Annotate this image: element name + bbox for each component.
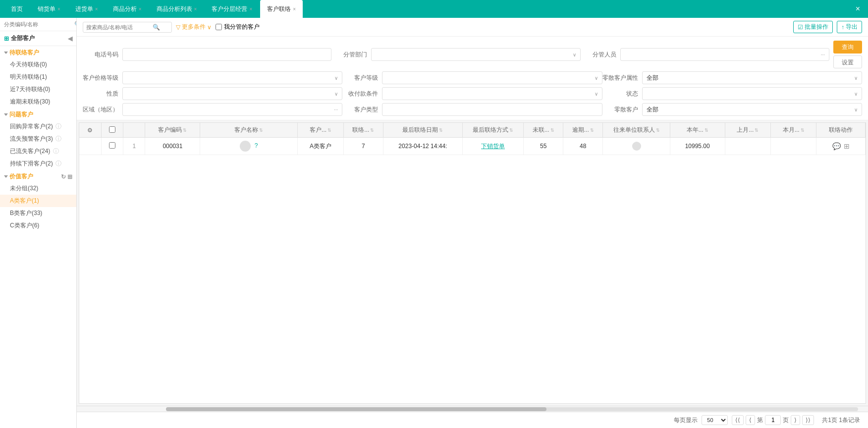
payment-select[interactable]: ∨ [382, 87, 602, 100]
info-icon: ⓘ [55, 135, 61, 142]
sidebar-item-class-b[interactable]: B类客户(33) [0, 207, 76, 219]
section-value-customers[interactable]: 价值客户 ↻ ⊞ [0, 170, 76, 182]
status-select[interactable]: ∨ [642, 87, 862, 100]
row-checkbox-cell[interactable] [101, 138, 123, 155]
col-level[interactable]: 客户... ⇅ [298, 123, 343, 138]
person-select[interactable]: ··· [620, 48, 829, 61]
per-page-select[interactable]: 50 20 100 [702, 415, 728, 425]
section-problem-customers[interactable]: 问题客户 [0, 108, 76, 120]
sidebar-item-churn-warning[interactable]: 流失预警客户(3) ⓘ [0, 133, 76, 145]
col-code[interactable]: 客户编码 ⇅ [145, 123, 200, 138]
add-group-icon[interactable]: ⊞ [67, 173, 72, 180]
nav-tab-productanalysislist[interactable]: 商品分析列表 × [150, 0, 204, 18]
col-lastdate[interactable]: 最后联络日期 ⇅ [383, 123, 462, 138]
scroll-thumb[interactable] [166, 407, 546, 411]
tab-close-icon[interactable]: × [57, 6, 60, 12]
comment-icon[interactable]: 💬 [832, 142, 841, 150]
sidebar-item-repurchase-abnormal[interactable]: 回购异常客户(2) ⓘ [0, 120, 76, 133]
next-page-button[interactable]: ⟩ [791, 415, 800, 425]
nav-tab-salesorder[interactable]: 销货单 × [31, 0, 67, 18]
tab-close-icon[interactable]: × [293, 6, 296, 12]
my-customers-checkbox[interactable]: 我分管的客户 [216, 23, 260, 31]
all-customers-header[interactable]: ⊞ 全部客户 ◀ [0, 31, 76, 46]
col-lastmonth[interactable]: 上月... ⇅ [725, 123, 770, 138]
col-contact2[interactable]: 往来单位联系人 ⇅ [603, 123, 670, 138]
section-expand-icon [4, 113, 8, 116]
pricelevel-select[interactable]: ∨ [122, 71, 342, 84]
query-settings-buttons: 查询 设置 [833, 41, 862, 68]
settings-button[interactable]: 设置 [833, 55, 862, 68]
item-label: 明天待联络(1) [10, 73, 47, 80]
sidebar-search-input[interactable] [4, 21, 72, 27]
sidebar-item-declining[interactable]: 持续下滑客户(2) ⓘ [0, 158, 76, 170]
filter-cell-pricelevel: 客户价格等级 ∨ [83, 71, 342, 84]
nav-tab-customersegment[interactable]: 客户分层经营 × [205, 0, 259, 18]
customer-name[interactable]: ? [255, 142, 258, 149]
phone-input[interactable] [122, 48, 331, 61]
customertype-input[interactable] [382, 103, 602, 116]
dept-select[interactable]: ∨ [371, 48, 580, 61]
scatterprop-select[interactable]: 全部∨ [642, 71, 862, 84]
settings-icon[interactable]: ⚙ [87, 127, 93, 134]
close-all-tabs-button[interactable]: × [852, 4, 864, 13]
customerlevel-select[interactable]: ∨ [382, 71, 602, 84]
col-thismonth[interactable]: 本月... ⇅ [770, 123, 816, 138]
first-page-button[interactable]: ⟨⟨ [732, 415, 744, 425]
row-checkbox[interactable] [109, 142, 115, 149]
col-overdue[interactable]: 逾期... ⇅ [563, 123, 603, 138]
section-pending-contact[interactable]: 待联络客户 [0, 46, 76, 58]
collapse-icon[interactable]: ◀ [68, 35, 72, 42]
last-page-button[interactable]: ⟩⟩ [802, 415, 814, 425]
nature-select[interactable]: ∨ [122, 87, 342, 100]
mine-checkbox[interactable] [216, 24, 222, 30]
nav-home-tab[interactable]: 首页 [4, 0, 30, 18]
search-input[interactable] [86, 24, 151, 30]
per-page-label: 每页显示 [674, 416, 698, 425]
nav-tab-purchaseorder[interactable]: 进货单 × [68, 0, 105, 18]
row-lastmethod[interactable]: 下销货单 [481, 143, 505, 150]
col-thisyear[interactable]: 本年... ⇅ [670, 123, 725, 138]
tab-close-icon[interactable]: × [95, 6, 98, 12]
avatar [240, 141, 251, 152]
sort-icon: ⇅ [550, 128, 554, 133]
col-name[interactable]: 客户名称 ⇅ [200, 123, 298, 138]
col-lastmethod[interactable]: 最后联络方式 ⇅ [462, 123, 523, 138]
search-icon[interactable]: 🔍 [153, 24, 160, 31]
refresh-icon[interactable]: ↻ [61, 173, 66, 180]
row-lastmonth-cell [725, 138, 770, 155]
horizontal-scrollbar[interactable] [77, 406, 868, 412]
more-filter-button[interactable]: ▽ 更多条件 ∨ [176, 23, 212, 31]
col-settings[interactable]: ⚙ [79, 123, 101, 138]
page-number-input[interactable] [765, 415, 781, 425]
tab-close-icon[interactable]: × [249, 6, 252, 12]
query-button[interactable]: 查询 [833, 41, 862, 54]
col-contact[interactable]: 联络... ⇅ [343, 123, 383, 138]
nav-tab-customercontact[interactable]: 客户联络 × [260, 0, 303, 18]
filter-right-actions: ☑ 批量操作 ↑ 导出 [793, 21, 862, 33]
tab-close-icon[interactable]: × [139, 6, 142, 12]
sidebar-item-tomorrow-pending[interactable]: 明天待联络(1) [0, 71, 76, 83]
region-select[interactable]: ··· [122, 103, 342, 116]
item-label: B类客户(33) [10, 210, 42, 216]
col-uncontacted[interactable]: 未联... ⇅ [524, 123, 563, 138]
batch-operation-button[interactable]: ☑ 批量操作 [793, 21, 833, 33]
tab-close-icon[interactable]: × [194, 6, 197, 12]
sidebar-item-7days-pending[interactable]: 近7天待联络(0) [0, 83, 76, 96]
scatter-select[interactable]: 全部∨ [642, 103, 862, 116]
scroll-track[interactable] [166, 407, 858, 411]
sidebar-item-class-a[interactable]: A类客户(1) [0, 195, 76, 207]
select-all-checkbox[interactable] [109, 126, 115, 133]
col-checkbox[interactable] [101, 123, 123, 138]
sidebar-item-today-pending[interactable]: 今天待联络(0) [0, 58, 76, 71]
sidebar-item-ungrouped[interactable]: 未分组(32) [0, 182, 76, 195]
sidebar-item-churned[interactable]: 已流失客户(24) ⓘ [0, 145, 76, 158]
sidebar-item-class-c[interactable]: C类客户(6) [0, 219, 76, 232]
search-box[interactable]: 🔍 [83, 22, 172, 33]
sidebar-item-overdue-contact[interactable]: 逾期未联络(30) [0, 96, 76, 108]
prev-page-button[interactable]: ⟨ [746, 415, 755, 425]
nav-tab-productanalysis[interactable]: 商品分析 × [106, 0, 149, 18]
info-icon: ⓘ [55, 123, 61, 130]
export-button[interactable]: ↑ 导出 [837, 21, 862, 33]
more-action-icon[interactable]: ⊞ [844, 142, 850, 150]
data-table-container[interactable]: ⚙ 客户编码 ⇅ [79, 122, 866, 404]
